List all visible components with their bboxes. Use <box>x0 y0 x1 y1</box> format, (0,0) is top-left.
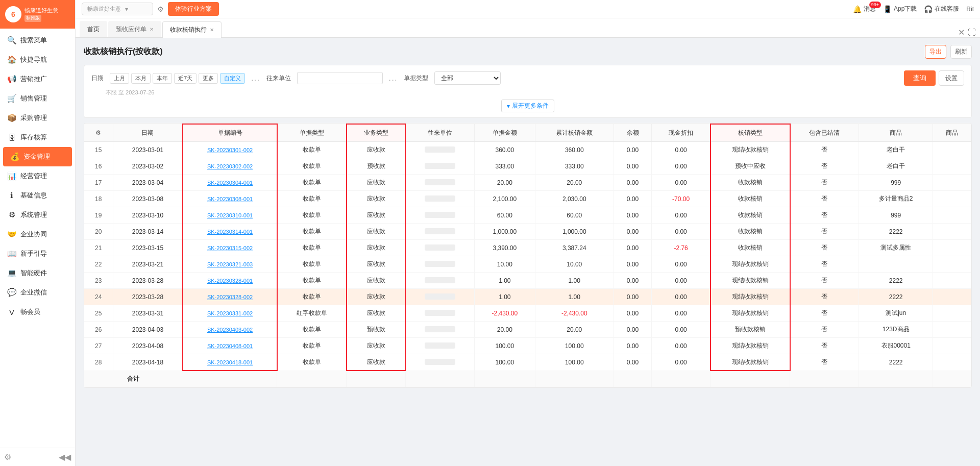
table-cell: 19 <box>84 207 113 224</box>
table-cell: 否 <box>790 322 859 338</box>
tab-close-icon[interactable]: ✕ <box>210 27 214 33</box>
doc-no-link[interactable]: SK-20230331-002 <box>207 310 253 316</box>
table-cell[interactable]: SK-20230301-002 <box>183 142 277 158</box>
doc-no-link[interactable]: SK-20230408-001 <box>207 343 253 349</box>
sidebar-item-enterprise[interactable]: 🤝企业协同 <box>0 225 75 244</box>
table-cell: 60.00 <box>474 207 535 224</box>
table-cell: 应收款 <box>347 354 406 371</box>
app-download[interactable]: 📱 App下载 <box>883 5 917 13</box>
table-cell: 100.00 <box>535 354 614 371</box>
sidebar-logo-text: 畅康道好生意 标推版 <box>24 7 58 22</box>
sidebar-item-finance[interactable]: 💰资金管理 <box>3 147 72 166</box>
export-btn[interactable]: 导出 <box>925 45 946 59</box>
table-cell[interactable]: SK-20230418-001 <box>183 354 277 371</box>
sidebar-item-marketing[interactable]: 📢营销推广 <box>0 69 75 89</box>
sidebar-item-wechat[interactable]: 💬企业微信 <box>0 283 75 302</box>
sidebar-item-guide[interactable]: 📖新手引导 <box>0 244 75 263</box>
table-cell[interactable]: SK-20230308-001 <box>183 191 277 207</box>
table-cell: 16 <box>84 158 113 175</box>
maximize-icon[interactable]: ⛶ <box>968 28 976 37</box>
brand-selector[interactable]: 畅康道好生意 ▾ <box>82 3 153 15</box>
doc-no-link[interactable]: SK-20230328-001 <box>207 278 253 284</box>
notification-count: 99+ <box>869 2 881 8</box>
sidebar-item-label: 系统管理 <box>20 210 47 219</box>
tab-prepayment[interactable]: 预收应付单✕ <box>108 21 161 37</box>
table-cell <box>405 207 474 224</box>
online-service[interactable]: 🎧 在线客服 <box>924 5 959 13</box>
sidebar-item-hardware[interactable]: 💻智能硬件 <box>0 263 75 283</box>
doc-no-link[interactable]: SK-20230302-002 <box>207 163 253 169</box>
col-header-9: 现金折扣 <box>652 124 710 142</box>
close-window-icon[interactable]: ✕ <box>958 28 965 37</box>
sidebar-item-search[interactable]: 🔍搜索菜单 <box>0 31 75 50</box>
doc-no-link[interactable]: SK-20230301-002 <box>207 147 253 153</box>
sidebar-item-member[interactable]: V畅会员 <box>0 302 75 322</box>
settings-icon[interactable]: ⚙ <box>4 452 11 462</box>
table-cell[interactable]: SK-20230328-001 <box>183 273 277 289</box>
table-cell: 收款单 <box>277 273 347 289</box>
table-cell[interactable]: SK-20230321-003 <box>183 256 277 273</box>
sidebar-item-operation[interactable]: 📊经营管理 <box>0 166 75 186</box>
tab-collection[interactable]: 收款核销执行✕ <box>162 21 222 38</box>
table-cell[interactable]: SK-20230304-001 <box>183 175 277 191</box>
date-btn-近7天[interactable]: 近7天 <box>174 73 197 84</box>
table-cell[interactable]: SK-20230403-002 <box>183 322 277 338</box>
doc-no-link[interactable]: SK-20230308-001 <box>207 196 253 202</box>
table-cell: 老白干 <box>859 142 933 158</box>
expand-more-btn[interactable]: ▾ 展开更多条件 <box>501 100 554 112</box>
table-cell: 10.00 <box>535 256 614 273</box>
date-btn-更多[interactable]: 更多 <box>199 73 218 84</box>
date-btn-上月[interactable]: 上月 <box>110 73 129 84</box>
counterparty-input[interactable] <box>297 72 383 84</box>
table-cell[interactable]: SK-20230328-002 <box>183 289 277 305</box>
gear-icon[interactable]: ⚙ <box>157 5 164 13</box>
table-cell[interactable]: SK-20230302-002 <box>183 158 277 175</box>
doc-no-link[interactable]: SK-20230304-001 <box>207 180 253 186</box>
table-cell: 999 <box>859 175 933 191</box>
doc-no-link[interactable]: SK-20230314-001 <box>207 229 253 235</box>
table-cell[interactable]: SK-20230315-002 <box>183 240 277 256</box>
table-cell <box>405 322 474 338</box>
sidebar-item-label: 新手引导 <box>20 249 47 258</box>
table-cell: 2023-04-08 <box>113 338 183 354</box>
negative-value: -70.00 <box>672 195 690 203</box>
topbar: 畅康道好生意 ▾ ⚙ 体验行业方案 🔔 消息 99+ 📱 App下载 🎧 在线客… <box>76 0 980 18</box>
sidebar-item-purchase[interactable]: 📦采购管理 <box>0 108 75 128</box>
doc-type-select[interactable]: 全部 收款单 红字收款单 <box>434 71 501 85</box>
sidebar-item-sales[interactable]: 🛒销售管理 <box>0 89 75 108</box>
query-btn[interactable]: 查询 <box>904 70 936 86</box>
blurred-text <box>425 179 455 185</box>
col-header-11: 包含已结清 <box>790 124 859 142</box>
table-cell[interactable]: SK-20230408-001 <box>183 338 277 354</box>
date-btn-本年[interactable]: 本年 <box>153 73 172 84</box>
doc-no-link[interactable]: SK-20230321-003 <box>207 261 253 267</box>
industry-btn[interactable]: 体验行业方案 <box>168 2 219 16</box>
table-row: 182023-03-08SK-20230308-001收款单应收款 2,100.… <box>84 191 971 207</box>
settings-col-icon[interactable]: ⚙ <box>95 129 101 136</box>
date-btn-本月[interactable]: 本月 <box>131 73 151 84</box>
user-avatar[interactable]: Rit <box>966 6 974 13</box>
date-btn-自定义[interactable]: 自定义 <box>220 73 245 84</box>
table-cell: 60.00 <box>535 207 614 224</box>
table-cell: 0.00 <box>614 273 652 289</box>
table-cell[interactable]: SK-20230310-001 <box>183 207 277 224</box>
tab-close-icon[interactable]: ✕ <box>150 27 154 32</box>
table-cell[interactable]: SK-20230314-001 <box>183 224 277 240</box>
sidebar-item-inventory[interactable]: 🗄库存核算 <box>0 128 75 147</box>
settings-btn[interactable]: 设置 <box>939 70 964 86</box>
refresh-btn[interactable]: 刷新 <box>950 45 972 59</box>
sidebar-item-label: 企业协同 <box>20 230 47 239</box>
sidebar-bottom: ⚙ ◀◀ <box>0 448 75 466</box>
sidebar-item-system[interactable]: ⚙系统管理 <box>0 205 75 225</box>
sidebar-item-basic[interactable]: ℹ基础信息 <box>0 186 75 205</box>
tab-home[interactable]: 首页 <box>80 21 107 37</box>
doc-no-link[interactable]: SK-20230315-002 <box>207 245 253 251</box>
doc-no-link[interactable]: SK-20230418-001 <box>207 359 253 365</box>
doc-no-link[interactable]: SK-20230328-002 <box>207 294 253 300</box>
notification-icon[interactable]: 🔔 消息 99+ <box>853 5 876 13</box>
doc-no-link[interactable]: SK-20230310-001 <box>207 212 253 218</box>
sidebar-item-quick-nav[interactable]: 🏠快捷导航 <box>0 50 75 69</box>
doc-no-link[interactable]: SK-20230403-002 <box>207 327 253 333</box>
table-cell[interactable]: SK-20230331-002 <box>183 305 277 322</box>
collapse-icon[interactable]: ◀◀ <box>59 452 71 462</box>
